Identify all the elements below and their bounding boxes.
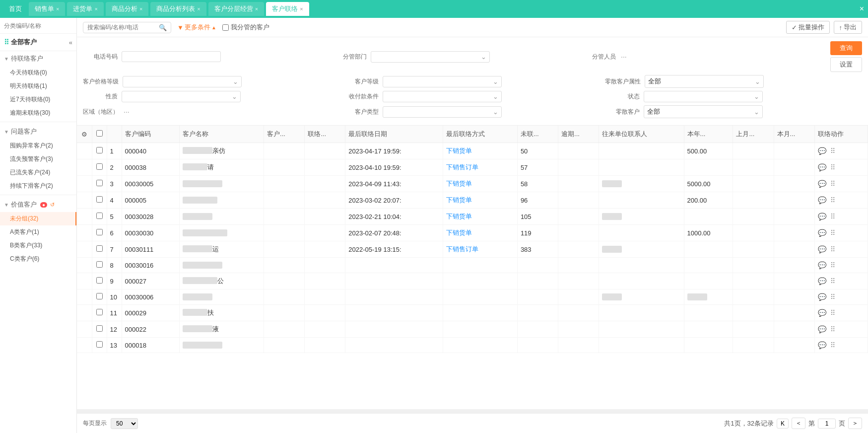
- sidebar-item-overdue[interactable]: 逾期未联络(30): [0, 106, 76, 120]
- grid-icon[interactable]: ⠿: [830, 196, 835, 204]
- close-icon[interactable]: ×: [255, 6, 258, 12]
- grid-icon[interactable]: ⠿: [830, 341, 835, 349]
- main-search-input[interactable]: [87, 24, 157, 31]
- refresh-icon[interactable]: ↺: [50, 202, 55, 208]
- search-button[interactable]: 查询: [830, 41, 862, 55]
- grid-icon[interactable]: ⠿: [830, 245, 835, 253]
- row-checkbox[interactable]: [96, 309, 103, 315]
- row-checkbox[interactable]: [96, 245, 103, 252]
- sidebar-item-today[interactable]: 今天待联络(0): [0, 66, 76, 79]
- last-method-link[interactable]: 下销货单: [446, 196, 472, 204]
- th-last-month[interactable]: 上月...: [733, 126, 774, 143]
- sidebar-search-input[interactable]: [4, 22, 77, 29]
- th-contact-person[interactable]: 往来单位联系人: [599, 126, 684, 143]
- my-customers-checkbox[interactable]: [222, 24, 229, 31]
- grid-icon[interactable]: ⠿: [830, 309, 835, 317]
- message-icon[interactable]: 💬: [818, 261, 826, 269]
- sidebar-item-class-a[interactable]: A类客户(1): [0, 225, 76, 239]
- page-number-input[interactable]: [818, 419, 836, 429]
- attr-select[interactable]: 全部 ⌄: [645, 75, 764, 88]
- collapse-icon[interactable]: «: [69, 39, 72, 46]
- grid-icon[interactable]: ⠿: [830, 277, 835, 285]
- sidebar-item-lost[interactable]: 已流失客户(24): [0, 166, 76, 179]
- nature-select[interactable]: ⌄: [122, 91, 241, 102]
- message-icon[interactable]: 💬: [818, 277, 826, 285]
- page-size-select[interactable]: 50 100: [111, 418, 138, 429]
- nav-tab-customer-segment[interactable]: 客户分层经营 ×: [208, 2, 264, 16]
- more-conditions-btn[interactable]: ▼ 更多条件 ▲: [177, 23, 216, 32]
- last-method-link[interactable]: 下销售订单: [446, 163, 478, 171]
- th-contact[interactable]: 联络...: [305, 126, 345, 143]
- row-checkbox[interactable]: [96, 325, 103, 332]
- sidebar-section-problem[interactable]: ▼ 问题客户: [0, 124, 76, 139]
- sidebar-item-class-c[interactable]: C类客户(6): [0, 252, 76, 266]
- dots-icon[interactable]: ···: [621, 53, 627, 61]
- row-checkbox[interactable]: [96, 261, 103, 268]
- grid-icon[interactable]: ⠿: [830, 261, 835, 269]
- search-icon[interactable]: 🔍: [159, 24, 167, 31]
- message-icon[interactable]: 💬: [818, 325, 826, 333]
- row-checkbox[interactable]: [96, 293, 103, 299]
- search-box[interactable]: 🔍: [83, 22, 171, 33]
- grid-icon[interactable]: ⠿: [830, 325, 835, 333]
- nav-tab-customer-contact[interactable]: 客户联络 ×: [266, 2, 309, 16]
- th-type[interactable]: 客户...: [264, 126, 305, 143]
- message-icon[interactable]: 💬: [818, 309, 826, 317]
- last-method-link[interactable]: 下销售订单: [446, 245, 478, 253]
- th-this-month[interactable]: 本月...: [774, 126, 814, 143]
- grid-icon[interactable]: ⠿: [830, 229, 835, 237]
- sidebar-item-declining[interactable]: 持续下滑客户(2): [0, 179, 76, 193]
- sidebar-item-class-b[interactable]: B类客户(33): [0, 239, 76, 252]
- select-all-checkbox[interactable]: [96, 130, 103, 137]
- close-icon[interactable]: ×: [300, 6, 303, 12]
- close-icon[interactable]: ×: [56, 6, 59, 12]
- phone-input[interactable]: [122, 51, 221, 62]
- prev-page-btn[interactable]: ＜: [792, 418, 805, 429]
- sidebar-section-pending[interactable]: ▼ 待联络客户: [0, 51, 76, 66]
- th-name[interactable]: 客户名称: [180, 126, 264, 143]
- th-this-year[interactable]: 本年...: [684, 126, 733, 143]
- grid-icon[interactable]: ⠿: [830, 213, 835, 220]
- message-icon[interactable]: 💬: [818, 229, 826, 237]
- th-pending[interactable]: 未联...: [517, 126, 558, 143]
- message-icon[interactable]: 💬: [818, 341, 826, 349]
- type-select[interactable]: ⌄: [383, 106, 502, 118]
- sidebar-item-ungrouped[interactable]: 未分组(32): [0, 212, 76, 225]
- last-method-link[interactable]: 下销货单: [446, 180, 472, 187]
- close-icon[interactable]: ×: [197, 6, 200, 12]
- sidebar-item-tomorrow[interactable]: 明天待联络(1): [0, 79, 76, 93]
- close-icon[interactable]: ×: [94, 6, 97, 12]
- close-all-tabs[interactable]: ×: [860, 4, 864, 13]
- grid-icon[interactable]: ⠿: [830, 180, 835, 188]
- dept-select[interactable]: ⌄: [371, 51, 490, 63]
- message-icon[interactable]: 💬: [818, 293, 826, 301]
- last-method-link[interactable]: 下销货单: [446, 147, 472, 154]
- status-select[interactable]: ⌄: [644, 91, 763, 102]
- my-customers-filter[interactable]: 我分管的客户: [222, 23, 269, 32]
- nav-tab-purchase[interactable]: 进货单 ×: [67, 2, 103, 16]
- next-page-btn[interactable]: ＞: [848, 418, 862, 429]
- th-code[interactable]: 客户编码: [122, 126, 180, 143]
- nav-tab-product-analysis[interactable]: 商品分析 ×: [106, 2, 148, 16]
- message-icon[interactable]: 💬: [818, 196, 826, 204]
- first-page-btn[interactable]: K: [777, 419, 789, 429]
- scroll-bar[interactable]: [77, 409, 868, 413]
- message-icon[interactable]: 💬: [818, 163, 826, 171]
- th-last-date[interactable]: 最后联络日期: [345, 126, 443, 143]
- nav-tab-sales[interactable]: 销售单 ×: [29, 2, 65, 16]
- dots-icon[interactable]: ···: [124, 108, 130, 116]
- close-icon[interactable]: ×: [139, 6, 142, 12]
- message-icon[interactable]: 💬: [818, 213, 826, 220]
- last-method-link[interactable]: 下销货单: [446, 213, 472, 220]
- sidebar-item-7days[interactable]: 近7天待联络(0): [0, 93, 76, 106]
- row-checkbox[interactable]: [96, 229, 103, 235]
- message-icon[interactable]: 💬: [818, 147, 826, 155]
- th-overdue[interactable]: 逾期...: [558, 126, 599, 143]
- grid-icon[interactable]: ⠿: [830, 293, 835, 301]
- row-checkbox[interactable]: [96, 213, 103, 219]
- sidebar-item-warning[interactable]: 流失预警客户(3): [0, 152, 76, 166]
- all-customers-header[interactable]: ⠿ 全部客户 «: [0, 34, 76, 51]
- nav-home[interactable]: 首页: [4, 4, 27, 13]
- th-last-method[interactable]: 最后联络方式: [443, 126, 517, 143]
- row-checkbox[interactable]: [96, 196, 103, 203]
